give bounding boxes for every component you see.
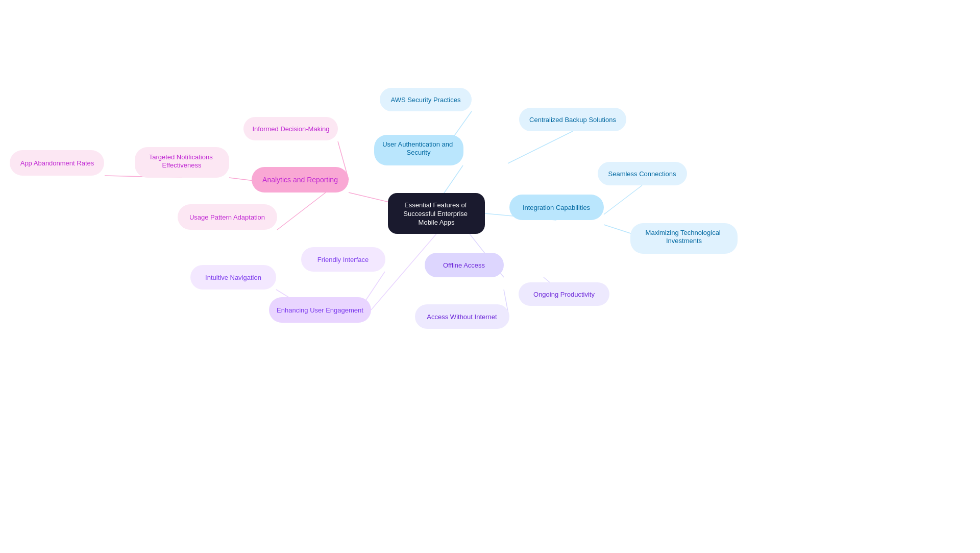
app-abandonment-label: App Abandonment Rates xyxy=(20,159,94,167)
backup-label: Centralized Backup Solutions xyxy=(529,116,616,124)
ongoing-label: Ongoing Productivity xyxy=(533,291,595,298)
informed-label: Informed Decision-Making xyxy=(252,125,329,133)
integration-label: Integration Capabilities xyxy=(523,204,591,211)
friendly-label: Friendly Interface xyxy=(317,256,369,263)
intuitive-label: Intuitive Navigation xyxy=(205,274,261,281)
svg-line-11 xyxy=(371,234,436,310)
svg-line-4 xyxy=(277,193,326,230)
access-without-label: Access Without Internet xyxy=(427,313,497,321)
svg-line-7 xyxy=(508,131,573,163)
aws-label: AWS Security Practices xyxy=(391,96,461,104)
usage-label: Usage Pattern Adaptation xyxy=(189,213,265,221)
analytics-label: Analytics and Reporting xyxy=(262,176,338,184)
engagement-label: Enhancing User Engagement xyxy=(277,306,363,314)
offline-label: Offline Access xyxy=(443,261,485,269)
seamless-label: Seamless Connections xyxy=(608,170,676,178)
svg-line-9 xyxy=(604,185,642,214)
